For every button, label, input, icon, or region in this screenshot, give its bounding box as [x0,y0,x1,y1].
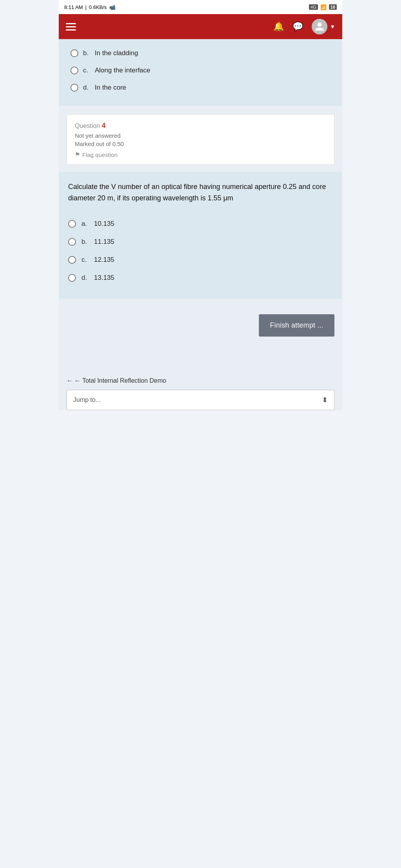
options-list: a. 10.135 b. 11.135 c. 12.135 d. 13.135 [68,215,333,287]
q4-option-a-row[interactable]: a. 10.135 [68,215,333,233]
back-arrow-icon: ← [67,377,73,384]
option-c-row[interactable]: c. Along the interface [70,62,331,79]
option-b-radio[interactable] [70,49,78,57]
network-speed: 0.6KB/s [89,4,107,10]
question-header: Question 4 [75,122,326,130]
navbar-left [66,23,76,31]
flag-icon: ⚑ [75,151,80,158]
q4-option-a-letter: a. [81,220,89,228]
footer-nav: ← ← Total Internal Reflection Demo Jump … [59,372,342,410]
question-status: Not yet answered [75,132,326,139]
finish-row: Finish attempt ... [59,314,342,352]
chevron-down-icon: ▼ [330,23,335,30]
q4-option-d-row[interactable]: d. 13.135 [68,269,333,287]
question-label: Question [75,122,100,129]
battery-indicator: 18 [329,4,337,10]
hamburger-menu-button[interactable] [66,23,76,31]
flag-question-label: Flag question [82,151,117,158]
time-text: 8:11 AM [64,4,83,10]
q4-option-b-radio[interactable] [68,238,76,246]
navbar: 🔔 💬 ▼ [59,14,342,39]
signal-icon: 📶 [320,4,327,10]
option-b-text: In the cladding [95,49,138,57]
previous-question-options: b. In the cladding c. Along the interfac… [59,39,342,106]
jump-to-label: Jump to... [73,396,101,403]
q4-option-b-row[interactable]: b. 11.135 [68,233,333,251]
separator: | [85,4,87,10]
video-icon: 📹 [109,4,116,10]
profile-menu[interactable]: ▼ [312,19,335,34]
q4-option-c-value: 12.135 [94,256,114,264]
notification-icon[interactable]: 🔔 [273,22,284,32]
q4-option-a-radio[interactable] [68,220,76,228]
q4-option-c-letter: c. [81,256,89,264]
spacer-3 [59,299,342,314]
q4-option-b-letter: b. [81,238,89,246]
question-marks: Marked out of 0.50 [75,140,326,147]
network-type: 4G [309,4,318,10]
option-c-radio[interactable] [70,67,78,74]
question-number: 4 [102,122,106,130]
q4-option-d-letter: d. [81,274,89,282]
option-d-row[interactable]: d. In the core [70,79,331,96]
back-link-text: ← Total Internal Reflection Demo [74,377,166,384]
flag-question-button[interactable]: ⚑ Flag question [75,151,326,158]
jump-to-dropdown[interactable]: Jump to... ⬍ [67,390,334,410]
finish-attempt-button[interactable]: Finish attempt ... [259,314,334,337]
option-d-letter: d. [83,84,90,92]
spacer-1 [59,106,342,114]
q4-option-c-row[interactable]: c. 12.135 [68,251,333,269]
question-4-card: Question 4 Not yet answered Marked out o… [67,114,334,165]
main-content: b. In the cladding c. Along the interfac… [59,39,342,410]
q4-option-c-radio[interactable] [68,256,76,264]
question-body: Calculate the V number of an optical fib… [59,172,342,299]
jump-to-arrow-icon: ⬍ [322,396,328,404]
status-bar-left: 8:11 AM | 0.6KB/s 📹 [64,4,116,10]
option-b-letter: b. [83,49,90,57]
q4-option-d-value: 13.135 [94,274,114,282]
status-bar: 8:11 AM | 0.6KB/s 📹 4G 📶 18 [59,0,342,14]
option-d-radio[interactable] [70,84,78,92]
message-icon[interactable]: 💬 [293,22,303,32]
q4-option-b-value: 11.135 [94,238,114,246]
user-icon [314,22,325,32]
spacer-4 [59,352,342,372]
question-text: Calculate the V number of an optical fib… [68,181,333,204]
option-d-text: In the core [95,84,126,92]
avatar [312,19,327,34]
navbar-right: 🔔 💬 ▼ [273,19,335,34]
option-b-row[interactable]: b. In the cladding [70,45,331,62]
option-c-text: Along the interface [95,67,150,74]
back-link[interactable]: ← ← Total Internal Reflection Demo [67,372,334,390]
q4-option-a-value: 10.135 [94,220,114,228]
option-c-letter: c. [83,67,90,74]
q4-option-d-radio[interactable] [68,274,76,282]
status-bar-right: 4G 📶 18 [309,4,337,10]
spacer-2 [59,165,342,172]
